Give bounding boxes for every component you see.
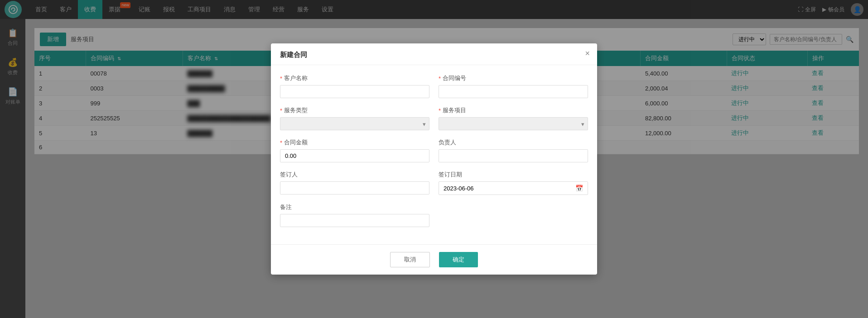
field-customer-name: * 客户名称 [280, 74, 429, 98]
label-amount: * 合同金额 [280, 138, 429, 147]
field-service-type: * 服务类型 [280, 106, 429, 130]
form-row-2: * 服务类型 * 服务项目 [280, 106, 588, 130]
field-sign-date: 签订日期 2023-06-06 📅 [439, 171, 588, 195]
modal-close-button[interactable]: × [585, 49, 590, 58]
input-signer[interactable] [280, 181, 429, 195]
input-customer-name[interactable] [280, 85, 429, 98]
service-type-wrapper [280, 117, 429, 130]
modal-title: 新建合同 [280, 51, 307, 58]
label-sign-date: 签订日期 [439, 171, 588, 179]
form-row-3: * 合同金额 0.00 负责人 [280, 138, 588, 162]
field-service-item: * 服务项目 [439, 106, 588, 130]
label-signer: 签订人 [280, 171, 429, 179]
calendar-icon[interactable]: 📅 [575, 185, 583, 192]
input-sign-date[interactable]: 2023-06-06 [444, 185, 573, 192]
label-service-item: * 服务项目 [439, 106, 588, 114]
modal-header: 新建合同 × [271, 43, 597, 65]
field-contract-no: * 合同编号 [439, 74, 588, 98]
input-remarks[interactable] [280, 214, 429, 227]
field-responsible: 负责人 [439, 138, 588, 162]
select-service-type[interactable] [280, 117, 429, 130]
label-service-type: * 服务类型 [280, 106, 429, 114]
form-row-4: 签订人 签订日期 2023-06-06 📅 [280, 171, 588, 195]
modal-overlay[interactable]: 新建合同 × * 客户名称 * 合同编号 [0, 0, 868, 318]
label-contract-no: * 合同编号 [439, 74, 588, 82]
label-responsible: 负责人 [439, 138, 588, 147]
confirm-button[interactable]: 确定 [439, 252, 478, 267]
label-remarks: 备注 [280, 203, 429, 211]
label-customer-name: * 客户名称 [280, 74, 429, 82]
field-amount: * 合同金额 0.00 [280, 138, 429, 162]
select-service-item[interactable] [439, 117, 588, 130]
field-signer: 签订人 [280, 171, 429, 195]
modal-body: * 客户名称 * 合同编号 * 服 [271, 65, 597, 244]
cancel-button[interactable]: 取消 [390, 252, 430, 267]
new-contract-modal: 新建合同 × * 客户名称 * 合同编号 [271, 43, 597, 275]
modal-footer: 取消 确定 [271, 244, 597, 275]
input-amount[interactable]: 0.00 [280, 149, 429, 162]
field-remarks: 备注 [280, 203, 429, 227]
form-row-1: * 客户名称 * 合同编号 [280, 74, 588, 98]
input-responsible[interactable] [439, 149, 588, 162]
date-input-wrapper: 2023-06-06 📅 [439, 181, 588, 195]
form-row-5: 备注 [280, 203, 588, 227]
service-item-wrapper [439, 117, 588, 130]
input-contract-no[interactable] [439, 85, 588, 98]
